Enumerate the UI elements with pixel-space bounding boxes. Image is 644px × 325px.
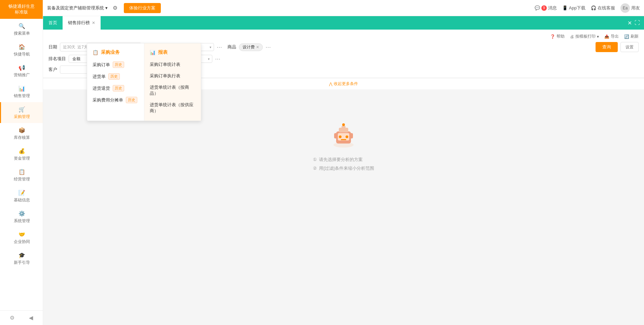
- date-preset-near30[interactable]: 近30天: [63, 44, 75, 50]
- inbound-history: 历史: [108, 73, 120, 80]
- tab-sales-rank[interactable]: 销售排行榜 ✕: [63, 16, 101, 30]
- tab-close-icon[interactable]: ✕: [92, 21, 95, 25]
- sidebar-settings-icon[interactable]: ⚙: [10, 315, 14, 321]
- dropdown-item-return[interactable]: 进货退货 历史: [87, 82, 144, 94]
- user-btn[interactable]: Ea 用友: [620, 3, 640, 13]
- sidebar-label-marketing: 营销推广: [14, 72, 30, 78]
- tab-home[interactable]: 首页: [43, 16, 63, 30]
- inbound-label: 进货单: [93, 74, 106, 80]
- sidebar-item-sales[interactable]: 📊 销售管理: [0, 81, 43, 102]
- message-label: 消息: [548, 5, 557, 11]
- help-label: 帮助: [557, 34, 565, 39]
- topbar-title-dropdown[interactable]: 装备及固定资产辅助管理系统 ▾: [47, 5, 108, 11]
- help-icon: ❓: [550, 34, 555, 39]
- sidebar-item-search[interactable]: 🔍 搜索菜单: [0, 19, 43, 40]
- return-history: 历史: [113, 85, 124, 91]
- settings-btn[interactable]: 设置: [620, 42, 639, 52]
- dropdown-purchase-col: 📋 采购业务 采购订单 历史 进货单 历史 进货退货 历史 采购费用分摊单: [87, 43, 144, 121]
- print-btn[interactable]: 🖨 按模板打印 ▾: [570, 34, 599, 39]
- dropdown-item-order-stats[interactable]: 采购订单统计表: [144, 59, 201, 70]
- sidebar-label-basic: 基础信息: [14, 197, 30, 203]
- sidebar-nav: 🔍 搜索菜单 🏠 快捷导航 📢 营销推广 📊 销售管理 🛒 采购管理 📦 库存核…: [0, 19, 43, 310]
- sidebar-icon-search: 🔍: [18, 22, 26, 30]
- order-stats-label: 采购订单统计表: [150, 62, 180, 68]
- tab-close-all-icon[interactable]: ✕: [628, 20, 632, 26]
- dropdown-item-inbound-supplier[interactable]: 进货单统计表（按供应商）: [144, 99, 201, 117]
- empty-hint-1: ① 请先选择要分析的方案: [313, 155, 374, 164]
- print-icon: 🖨: [570, 34, 574, 39]
- sidebar-icon-inventory: 📦: [18, 126, 26, 134]
- goods-tag-remove[interactable]: ✕: [256, 45, 259, 49]
- purchase-order-label: 采购订单: [93, 62, 110, 68]
- topbar: 装备及固定资产辅助管理系统 ▾ ⚙ 体验行业方案 💬 9 消息 📱 App下载 …: [43, 0, 644, 16]
- help-btn[interactable]: ❓ 帮助: [550, 34, 565, 39]
- sidebar-item-marketing[interactable]: 📢 营销推广: [0, 60, 43, 81]
- sidebar-icon-marketing: 📢: [18, 64, 26, 71]
- goods-label: 商品: [227, 44, 236, 50]
- sidebar-bottom: ⚙ ◀: [0, 310, 43, 325]
- sidebar-icon-sales: 📊: [18, 85, 26, 92]
- filter-header: ❓ 帮助 🖨 按模板打印 ▾ 📤 导出 🔄 刷新: [48, 34, 639, 39]
- svg-point-3: [339, 135, 342, 138]
- dropdown-item-purchase-order[interactable]: 采购订单 历史: [87, 59, 144, 71]
- sidebar-item-newbie[interactable]: 🎓 新手引导: [0, 248, 43, 269]
- purchase-section-label: 采购业务: [101, 49, 120, 55]
- tab-right-actions: ✕ ⛶: [628, 20, 644, 26]
- sidebar-icon-newbie: 🎓: [18, 251, 26, 259]
- goods-tag[interactable]: 设计费 ✕: [239, 43, 263, 51]
- message-btn[interactable]: 💬 9 消息: [535, 5, 557, 11]
- refresh-btn[interactable]: 🔄 刷新: [624, 34, 639, 39]
- main-area: 装备及固定资产辅助管理系统 ▾ ⚙ 体验行业方案 💬 9 消息 📱 App下载 …: [43, 0, 644, 325]
- report-section-label: 报表: [158, 49, 168, 55]
- svg-rect-7: [350, 133, 353, 138]
- sidebar-item-enterprise[interactable]: 🤝 企业协同: [0, 227, 43, 248]
- sidebar-icon-quick: 🏠: [18, 43, 26, 50]
- sidebar-item-operations[interactable]: 📋 经营管理: [0, 165, 43, 186]
- sidebar-label-operations: 经营管理: [14, 176, 30, 182]
- online-service-btn[interactable]: 🎧 在线客服: [591, 5, 615, 11]
- return-label: 进货退货: [93, 85, 110, 91]
- svg-rect-5: [341, 139, 346, 140]
- order-status-dots[interactable]: ⋯: [217, 44, 222, 50]
- order-exec-label: 采购订单执行表: [150, 73, 180, 79]
- collapse-label: 收起更多条件: [334, 81, 358, 87]
- dropdown-item-expense[interactable]: 采购费用分摊单 历史: [87, 94, 144, 106]
- dropdown-item-order-exec[interactable]: 采购订单执行表: [144, 70, 201, 82]
- goods-dots[interactable]: ⋯: [265, 44, 271, 50]
- hint1-icon: ①: [313, 155, 317, 164]
- dropdown-item-inbound-goods[interactable]: 进货单统计表（按商品）: [144, 82, 201, 99]
- sidebar-collapse-icon[interactable]: ◀: [29, 315, 33, 321]
- sidebar-item-finance[interactable]: 💰 资金管理: [0, 144, 43, 165]
- sidebar-item-inventory[interactable]: 📦 库存核算: [0, 123, 43, 144]
- salesperson-dots[interactable]: ⋯: [215, 56, 220, 62]
- export-btn[interactable]: 📤 导出: [604, 34, 619, 39]
- empty-hint-2: ② 用[过滤]条件来缩小分析范围: [313, 164, 374, 173]
- tabbar: 首页 销售排行榜 ✕ ✕ ⛶: [43, 16, 644, 30]
- refresh-label: 刷新: [631, 34, 639, 39]
- sidebar-label-quick: 快捷导航: [14, 51, 30, 57]
- phone-icon: 📱: [562, 5, 568, 10]
- topbar-title: 装备及固定资产辅助管理系统: [47, 5, 104, 11]
- print-label: 按模板打印: [575, 34, 596, 39]
- sidebar-item-quick[interactable]: 🏠 快捷导航: [0, 40, 43, 60]
- sidebar-item-purchase[interactable]: 🛒 采购管理: [0, 102, 43, 123]
- topbar-settings-btn[interactable]: ⚙: [110, 3, 120, 13]
- industry-btn[interactable]: 体验行业方案: [124, 3, 161, 13]
- date-preset-near7[interactable]: 近7天: [77, 44, 88, 50]
- dropdown-item-inbound[interactable]: 进货单 历史: [87, 71, 144, 82]
- empty-illustration: [327, 116, 360, 150]
- purchase-section-icon: 📋: [93, 50, 98, 55]
- sidebar-icon-finance: 💰: [18, 147, 26, 155]
- empty-text: ① 请先选择要分析的方案 ② 用[过滤]条件来缩小分析范围: [313, 155, 374, 173]
- rank-label: 排名项目: [48, 56, 66, 62]
- goods-field: 商品 设计费 ✕ ⋯: [227, 43, 271, 51]
- message-icon: 💬: [535, 5, 540, 10]
- query-btn[interactable]: 查询: [596, 42, 618, 52]
- sidebar-item-basic[interactable]: 📝 基础信息: [0, 186, 43, 206]
- app-download-btn[interactable]: 📱 App下载: [562, 5, 585, 11]
- tab-fullscreen-icon[interactable]: ⛶: [635, 20, 640, 26]
- sidebar-label-system: 系统管理: [14, 218, 30, 224]
- svg-rect-6: [334, 133, 337, 138]
- sidebar: 畅捷通好生意 标准版 🔍 搜索菜单 🏠 快捷导航 📢 营销推广 📊 销售管理 🛒…: [0, 0, 43, 325]
- sidebar-item-system[interactable]: ⚙️ 系统管理: [0, 206, 43, 227]
